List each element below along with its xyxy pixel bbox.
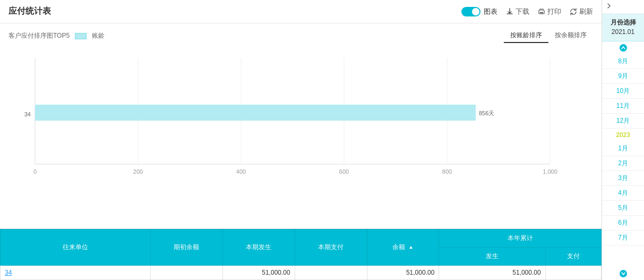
sidebar-header: 月份选择 xyxy=(602,14,644,41)
main-content: 应付统计表 图表 下载 xyxy=(0,0,602,280)
download-label: 下载 xyxy=(516,7,529,16)
sidebar-month-6[interactable]: 6月 xyxy=(602,216,644,231)
cell-current-occur: 51,000.00 xyxy=(222,266,295,280)
toggle-track[interactable] xyxy=(461,7,480,16)
refresh-icon xyxy=(570,8,577,15)
th-ytd-group: 本年累计 xyxy=(439,230,602,248)
toggle-thumb xyxy=(472,8,479,15)
chevron-down-icon xyxy=(619,269,628,278)
svg-text:800: 800 xyxy=(442,168,452,175)
sort-icon xyxy=(408,245,414,250)
table-wrapper: 往来单位 期初余额 本期发生 本期支付 余额 本年累计 xyxy=(0,229,602,280)
legend-box-label: 账龄 xyxy=(92,31,105,40)
svg-text:1,000: 1,000 xyxy=(543,168,557,175)
sidebar-month-9[interactable]: 9月 xyxy=(602,69,644,84)
cell-balance: 51,000.00 xyxy=(367,266,439,280)
tab-by-amount[interactable]: 按余额排序 xyxy=(548,29,593,43)
cell-unit[interactable]: 34 xyxy=(1,266,151,280)
page-title: 应付统计表 xyxy=(8,6,51,17)
sidebar-months-list: 8月 9月 10月 11月 12月 2023 1月 2月 3月 4月 5月 6月… xyxy=(602,54,644,267)
svg-text:400: 400 xyxy=(236,168,246,175)
sidebar-month-1[interactable]: 1月 xyxy=(602,141,644,156)
svg-rect-1 xyxy=(540,12,543,13)
chart-tabs: 按账龄排序 按余额排序 xyxy=(504,29,593,43)
sidebar-month-2[interactable]: 2月 xyxy=(602,156,644,171)
sidebar-month-5[interactable]: 5月 xyxy=(602,201,644,216)
sidebar-scroll-down-button[interactable] xyxy=(602,267,644,280)
sidebar-month-4[interactable]: 4月 xyxy=(602,186,644,201)
sidebar-month-12[interactable]: 12月 xyxy=(602,114,644,129)
th-ytd-pay: 支付 xyxy=(545,248,601,266)
bar-rect xyxy=(35,105,476,121)
th-ytd-occur: 发生 xyxy=(439,248,545,266)
svg-point-18 xyxy=(620,44,627,52)
chart-label: 图表 xyxy=(484,7,497,16)
table-row: 34 51,000.00 51,000.00 51,000.00 xyxy=(1,266,602,280)
svg-point-19 xyxy=(620,270,627,277)
chart-body: 34 856天 0 200 400 600 800 1,000 xyxy=(8,47,593,196)
data-table: 往来单位 期初余额 本期发生 本期支付 余额 本年累计 xyxy=(0,229,602,280)
sidebar-month-10[interactable]: 10月 xyxy=(602,84,644,99)
sidebar-collapse-button[interactable] xyxy=(603,1,615,12)
chart-toggle[interactable]: 图表 xyxy=(461,7,497,16)
svg-text:34: 34 xyxy=(24,111,31,117)
refresh-button[interactable]: 刷新 xyxy=(570,7,593,16)
sidebar-month-3[interactable]: 3月 xyxy=(602,171,644,186)
sidebar-header-label: 月份选择 xyxy=(605,18,641,27)
th-opening: 期初余额 xyxy=(151,230,223,266)
refresh-label: 刷新 xyxy=(579,7,593,16)
sidebar-year-input[interactable] xyxy=(605,27,641,37)
app-container: 应付统计表 图表 下载 xyxy=(0,0,644,280)
bar-chart-svg: 34 856天 0 200 400 600 800 1,000 xyxy=(8,47,561,185)
print-icon xyxy=(538,8,545,15)
chevron-right-icon xyxy=(605,2,613,10)
svg-text:600: 600 xyxy=(339,168,349,175)
chevron-up-icon xyxy=(619,44,628,52)
table-header-row-1: 往来单位 期初余额 本期发生 本期支付 余额 本年累计 xyxy=(1,230,602,248)
chart-area: 客户应付排序图TOP5 账龄 按账龄排序 按余额排序 xyxy=(0,23,602,228)
th-current-occur: 本期发生 xyxy=(222,230,295,266)
sidebar-month-7[interactable]: 7月 xyxy=(602,231,644,245)
tab-by-balance[interactable]: 按账龄排序 xyxy=(504,29,548,43)
print-button[interactable]: 打印 xyxy=(538,7,561,16)
table-area: 往来单位 期初余额 本期发生 本期支付 余额 本年累计 xyxy=(0,228,602,280)
header-actions: 图表 下载 打印 xyxy=(461,7,593,16)
chart-legend: 客户应付排序图TOP5 账龄 xyxy=(8,31,105,40)
svg-text:200: 200 xyxy=(133,168,143,175)
cell-ytd-occur: 51,000.00 xyxy=(439,266,545,280)
sidebar-scroll-up-button[interactable] xyxy=(602,41,644,54)
sidebar-month-8[interactable]: 8月 xyxy=(602,54,644,69)
cell-current-pay xyxy=(295,266,367,280)
th-unit: 往来单位 xyxy=(1,230,151,266)
svg-text:0: 0 xyxy=(33,168,37,175)
legend-box xyxy=(75,33,87,39)
header: 应付统计表 图表 下载 xyxy=(0,0,602,23)
th-balance: 余额 xyxy=(367,230,439,266)
sidebar-month-11[interactable]: 11月 xyxy=(602,99,644,114)
download-button[interactable]: 下载 xyxy=(506,7,529,16)
th-current-pay: 本期支付 xyxy=(295,230,367,266)
svg-text:856天: 856天 xyxy=(479,110,494,116)
sidebar-year-2023: 2023 xyxy=(602,129,644,141)
print-label: 打印 xyxy=(547,7,561,16)
legend-title: 客户应付排序图TOP5 xyxy=(8,31,70,40)
chart-header: 客户应付排序图TOP5 账龄 按账龄排序 按余额排序 xyxy=(8,29,593,43)
sidebar: 月份选择 8月 9月 10月 11月 12月 2023 1月 2月 3月 4月 … xyxy=(602,0,644,280)
cell-opening xyxy=(151,266,223,280)
cell-ytd-pay xyxy=(545,266,601,280)
download-icon xyxy=(506,8,513,15)
